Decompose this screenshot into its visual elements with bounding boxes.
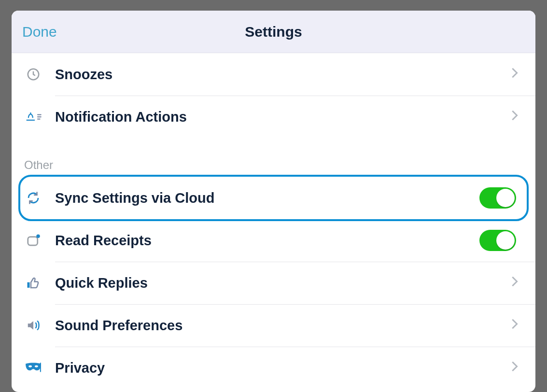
row-label: Read Receipts — [55, 233, 479, 249]
svg-point-5 — [35, 365, 38, 367]
settings-panel: Done Settings Snoozes — [12, 11, 535, 392]
section-header-other: Other — [12, 138, 535, 177]
mask-icon — [24, 359, 42, 377]
svg-point-4 — [28, 365, 32, 367]
row-notification-actions[interactable]: Notification Actions — [12, 96, 535, 138]
row-quick-replies[interactable]: Quick Replies — [12, 262, 535, 304]
thumbs-up-icon — [24, 274, 42, 292]
clock-icon — [24, 65, 42, 84]
page-title: Settings — [245, 24, 302, 40]
toggle-knob — [496, 189, 515, 207]
svg-rect-6 — [40, 363, 41, 372]
done-button[interactable]: Done — [22, 24, 57, 40]
sync-toggle[interactable] — [479, 187, 516, 209]
row-label: Quick Replies — [55, 275, 511, 291]
svg-rect-3 — [28, 282, 30, 288]
chevron-right-icon — [511, 110, 521, 124]
row-sync-settings[interactable]: Sync Settings via Cloud — [12, 177, 535, 219]
chevron-right-icon — [511, 67, 521, 82]
toggle-knob — [496, 231, 515, 250]
svg-point-2 — [36, 235, 40, 238]
row-label: Privacy — [55, 360, 511, 376]
read-receipts-toggle[interactable] — [479, 230, 516, 251]
row-read-receipts[interactable]: Read Receipts — [12, 219, 535, 262]
row-sound-preferences[interactable]: Sound Preferences — [12, 304, 535, 347]
header-bar: Done Settings — [12, 11, 535, 53]
highlighted-row-wrapper: Sync Settings via Cloud — [12, 177, 535, 219]
row-label: Notification Actions — [55, 109, 511, 125]
sync-icon — [24, 189, 42, 207]
row-privacy[interactable]: Privacy — [12, 347, 535, 389]
chevron-right-icon — [511, 276, 521, 290]
row-snoozes[interactable]: Snoozes — [12, 53, 535, 96]
read-receipt-icon — [24, 231, 42, 250]
chevron-right-icon — [511, 318, 521, 333]
bell-list-icon — [24, 108, 42, 126]
chevron-right-icon — [511, 361, 521, 375]
row-label: Snoozes — [55, 67, 511, 83]
svg-rect-1 — [28, 237, 38, 246]
row-label: Sound Preferences — [55, 318, 511, 334]
settings-list: Snoozes Notification Actions — [12, 53, 535, 389]
speaker-icon — [24, 316, 42, 335]
row-label: Sync Settings via Cloud — [55, 190, 479, 206]
